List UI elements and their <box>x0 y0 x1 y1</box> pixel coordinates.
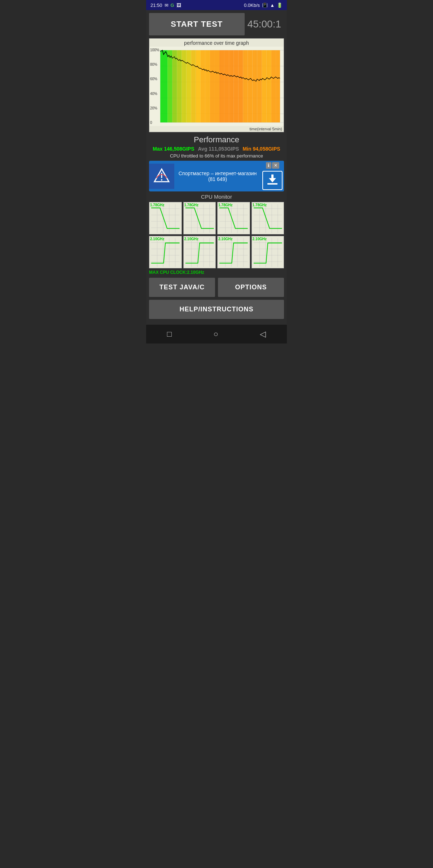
start-test-button[interactable]: START TEST <box>149 13 245 35</box>
top-row: START TEST 45:00:1 <box>149 13 284 35</box>
svg-rect-26 <box>210 50 215 122</box>
svg-point-43 <box>161 179 162 181</box>
svg-rect-24 <box>201 50 205 122</box>
svg-rect-34 <box>248 50 252 122</box>
svg-rect-40 <box>276 50 280 122</box>
svg-rect-30 <box>229 50 233 122</box>
ad-info-button[interactable]: ℹ <box>266 162 271 169</box>
ad-text-content: Спортмастер – интернет-магазин (81 649) <box>179 170 257 182</box>
svg-rect-36 <box>257 50 262 122</box>
svg-rect-47 <box>271 174 274 179</box>
main-content: START TEST 45:00:1 performance over time… <box>146 10 287 325</box>
test-java-button[interactable]: TEST JAVA/C <box>149 278 215 297</box>
svg-rect-39 <box>271 50 276 122</box>
svg-rect-31 <box>233 50 238 122</box>
cpu-cell-3: 1.78GHz <box>252 202 284 234</box>
cpu-cell-4: 2.10GHz <box>149 236 182 268</box>
cpu-cell-1: 1.78GHz <box>183 202 216 234</box>
perf-min: Min 94,058GIPS <box>242 146 280 152</box>
svg-rect-20 <box>181 50 186 122</box>
performance-section: Performance Max 146,508GIPS Avg 111,053G… <box>149 135 284 159</box>
svg-rect-27 <box>215 50 219 122</box>
cpu-freq-6: 2.10GHz <box>218 237 232 241</box>
ad-download-button[interactable] <box>262 171 283 190</box>
perf-throttle: CPU throttled to 66% of its max performa… <box>149 153 284 159</box>
cpu-cell-5: 2.10GHz <box>183 236 216 268</box>
svg-rect-33 <box>243 50 248 122</box>
performance-graph-svg <box>149 47 284 126</box>
svg-rect-29 <box>224 50 229 122</box>
perf-avg: Avg 111,053GIPS <box>198 146 239 152</box>
graph-section: performance over time graph 100% 80% 60%… <box>149 38 284 132</box>
svg-rect-45 <box>267 183 277 185</box>
cpu-cell-7: 2.10GHz <box>252 236 284 268</box>
perf-stats: Max 146,508GIPS Avg 111,053GIPS Min 94,0… <box>149 146 284 152</box>
nav-back-icon[interactable]: ◁ <box>260 329 266 339</box>
ad-right: ℹ ✕ <box>261 161 284 191</box>
mail-icon: ✉ <box>165 3 169 8</box>
cpu-cell-0: 1.78GHz <box>149 202 182 234</box>
svg-rect-22 <box>191 50 196 122</box>
ad-banner[interactable]: Спортмастер – интернет-магазин (81 649) … <box>149 161 284 191</box>
svg-rect-23 <box>196 50 201 122</box>
status-bar: 21:50 ✉ G 🖼 0.0Kb/s 📳 ▲ 🔋 <box>146 0 287 10</box>
timer-display: 45:00:1 <box>248 18 284 30</box>
image-icon: 🖼 <box>176 3 181 8</box>
svg-rect-28 <box>219 50 224 122</box>
graph-time-label: time(interval 5min) <box>149 126 284 132</box>
bottom-buttons: TEST JAVA/C OPTIONS <box>149 278 284 297</box>
nav-bar: □ ○ ◁ <box>146 325 287 344</box>
cpu-freq-7: 2.10GHz <box>253 237 267 241</box>
vibrate-icon: 📳 <box>262 3 268 8</box>
options-button[interactable]: OPTIONS <box>218 278 284 297</box>
cpu-freq-0: 1.78GHz <box>150 203 164 207</box>
cpu-cell-2: 1.78GHz <box>217 202 250 234</box>
max-cpu-label: MAX CPU CLOCK:2.10GHz <box>149 270 284 275</box>
cpu-freq-5: 2.10GHz <box>184 237 198 241</box>
nav-circle-icon[interactable]: ○ <box>214 329 218 339</box>
perf-max: Max 146,508GIPS <box>153 146 194 152</box>
perf-title: Performance <box>149 135 284 144</box>
graph-title: performance over time graph <box>149 39 284 47</box>
svg-rect-18 <box>172 50 177 122</box>
svg-rect-25 <box>205 50 210 122</box>
nav-square-icon[interactable]: □ <box>167 329 172 339</box>
google-icon: G <box>171 3 174 8</box>
svg-rect-38 <box>267 50 271 122</box>
cpu-bottom-grid: 2.10GHz 2.10GHz <box>149 236 284 268</box>
graph-area: 100% 80% 60% 40% 20% 0 <box>149 47 284 126</box>
cpu-monitor-title: CPU Monitor <box>149 194 284 200</box>
cpu-monitor-section: CPU Monitor 1.78GHz 1.78GHz <box>149 194 284 275</box>
cpu-freq-2: 1.78GHz <box>218 203 232 207</box>
svg-rect-35 <box>253 50 257 122</box>
cpu-freq-4: 2.10GHz <box>150 237 164 241</box>
battery-icon: 🔋 <box>277 3 283 8</box>
ad-close-button[interactable]: ✕ <box>272 162 279 169</box>
svg-rect-37 <box>262 50 267 122</box>
cpu-top-grid: 1.78GHz 1.78GHz <box>149 202 284 234</box>
status-time: 21:50 <box>150 3 162 8</box>
ad-icon <box>149 164 174 189</box>
svg-rect-32 <box>238 50 243 122</box>
network-speed: 0.0Kb/s <box>244 3 260 8</box>
wifi-icon: ▲ <box>270 3 275 8</box>
cpu-freq-3: 1.78GHz <box>253 203 267 207</box>
svg-rect-16 <box>160 50 167 122</box>
ad-text: Спортмастер – интернет-магазин (81 649) <box>174 168 261 185</box>
help-button[interactable]: HELP/INSTRUCTIONS <box>149 300 284 319</box>
svg-rect-21 <box>187 50 191 122</box>
cpu-freq-1: 1.78GHz <box>184 203 198 207</box>
cpu-cell-6: 2.10GHz <box>217 236 250 268</box>
svg-rect-17 <box>167 50 172 122</box>
